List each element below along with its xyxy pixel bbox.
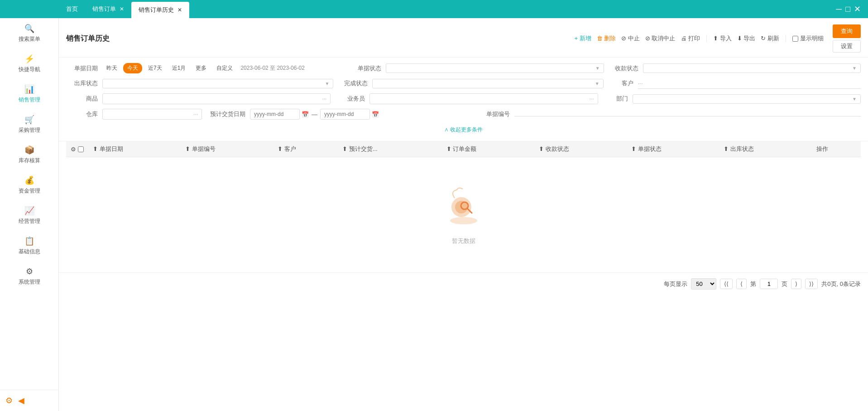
new-button[interactable]: + 新增 — [574, 34, 591, 43]
sidebar-item-search[interactable]: 🔍 搜索菜单 — [0, 18, 58, 48]
top-bar: 首页 销售订单 ✕ 销售订单历史 ✕ ─ □ ✕ — [0, 0, 868, 18]
close-btn[interactable]: ✕ — [854, 4, 861, 14]
expected-date-start[interactable] — [250, 109, 300, 120]
sidebar-collapse-icon[interactable]: ◀ — [18, 396, 24, 406]
next-page-btn[interactable]: ⟩ — [791, 279, 801, 289]
order-status-select[interactable]: ▼ — [386, 63, 604, 73]
warehouse-dots: ··· — [193, 111, 198, 117]
delivery-status-select[interactable]: ▼ — [102, 79, 333, 88]
export-button[interactable]: ⬇ 导出 — [737, 34, 756, 43]
page-number-input[interactable] — [760, 279, 778, 289]
order-status-label: 单据状态 — [354, 64, 386, 73]
header-order-amount: ⬆ 订单金额 — [442, 141, 534, 157]
tab-sales-order[interactable]: 销售订单 ✕ — [85, 0, 131, 18]
minimize-btn[interactable]: ─ — [836, 5, 842, 14]
filter-row-2: 出库状态 ▼ 完成状态 ▼ 客户 ··· — [66, 78, 861, 89]
salesperson-dots: ··· — [590, 96, 594, 102]
filter-area: 单据日期 昨天 今天 近7天 近1月 更多 自定义 2023-06-02 至 2… — [59, 58, 868, 141]
system-icon: ⚙ — [26, 266, 33, 276]
per-page-label: 每页显示 — [664, 280, 687, 288]
sidebar-item-sales[interactable]: 📊 销售管理 — [0, 79, 58, 109]
cancel-stop-button[interactable]: ⊘ 取消中止 — [645, 34, 676, 43]
page-suffix: 页 — [782, 280, 787, 288]
sidebar-item-purchase[interactable]: 🛒 采购管理 — [0, 109, 58, 140]
refresh-button[interactable]: ↻ 刷新 — [761, 34, 779, 43]
date-btn-yesterday[interactable]: 昨天 — [102, 63, 121, 73]
header-expected-delivery: ⬆ 预计交货... — [338, 141, 442, 157]
sidebar: 🔍 搜索菜单 ⚡ 快捷导航 📊 销售管理 🛒 采购管理 📦 库存核算 💰 — [0, 18, 59, 411]
first-page-btn[interactable]: ⟨⟨ — [720, 279, 733, 289]
doc-number-label: 单据编号 — [483, 110, 514, 118]
department-select[interactable]: ▼ — [633, 94, 861, 104]
header-order-status: ⬆ 单据状态 — [627, 141, 719, 157]
sidebar-item-operations[interactable]: 📈 经营管理 — [0, 200, 58, 231]
salesperson-field[interactable]: ··· — [369, 93, 598, 104]
complete-status-select[interactable]: ▼ — [372, 79, 603, 88]
date-btn-today[interactable]: 今天 — [123, 63, 142, 73]
goods-field[interactable]: ··· — [102, 93, 331, 104]
header-delivery-status: ⬆ 出库状态 — [719, 141, 811, 157]
delete-button[interactable]: 🗑 删除 — [597, 34, 616, 43]
divider2 — [786, 35, 786, 42]
date-btn-more[interactable]: 更多 — [192, 63, 211, 73]
search-icon: 🔍 — [24, 24, 34, 34]
date-btn-custom[interactable]: 自定义 — [212, 63, 237, 73]
collapse-filter-btn[interactable]: ∧ 收起更多条件 — [66, 124, 861, 135]
department-label: 部门 — [605, 95, 633, 103]
stop-button[interactable]: ⊘ 中止 — [621, 34, 640, 43]
date-range-text: 2023-06-02 至 2023-06-02 — [240, 64, 304, 72]
divider1 — [706, 35, 707, 42]
calendar-start-icon[interactable]: 📅 — [302, 111, 309, 118]
toolbar: + 新增 🗑 删除 ⊘ 中止 ⊘ 取消中止 🖨 打印 ⬆ 导入 ⬇ 导出 ↻ 刷… — [574, 24, 861, 53]
warehouse-field[interactable]: ··· — [102, 109, 202, 120]
calendar-end-icon[interactable]: 📅 — [372, 111, 379, 118]
operations-icon: 📈 — [24, 206, 34, 216]
header-payment-status: ⬆ 收款状态 — [534, 141, 627, 157]
header-doc-number: ⬆ 单据编号 — [181, 141, 273, 157]
order-status-arrow: ▼ — [595, 66, 600, 71]
last-page-btn[interactable]: ⟩⟩ — [805, 279, 818, 289]
empty-state: 暂无数据 — [66, 157, 861, 272]
payment-status-label: 收款状态 — [611, 64, 643, 73]
inventory-icon: 📦 — [24, 145, 34, 155]
total-text: 共0页, 0条记录 — [821, 280, 861, 288]
sidebar-item-finance[interactable]: 💰 资金管理 — [0, 170, 58, 200]
sidebar-settings-icon[interactable]: ⚙ — [5, 396, 13, 406]
settings-button[interactable]: 设置 — [833, 40, 861, 53]
customer-field[interactable]: ··· — [638, 78, 861, 89]
sidebar-item-inventory[interactable]: 📦 库存核算 — [0, 140, 58, 170]
display-detail-checkbox[interactable]: 显示明细 — [792, 34, 824, 43]
expected-date-end[interactable] — [320, 109, 370, 120]
date-btn-1month[interactable]: 近1月 — [168, 63, 190, 73]
date-separator: — — [312, 111, 317, 118]
tab-home[interactable]: 首页 — [59, 0, 85, 18]
per-page-select[interactable]: 50 10 20 100 — [691, 278, 716, 290]
query-button[interactable]: 查询 — [833, 24, 861, 38]
close-tab-sales-order[interactable]: ✕ — [120, 6, 124, 12]
select-all-checkbox[interactable] — [78, 146, 84, 152]
close-tab-sales-order-history[interactable]: ✕ — [177, 7, 182, 13]
print-button[interactable]: 🖨 打印 — [681, 34, 700, 43]
filter-row-4: 仓库 ··· 预计交货日期 📅 — 📅 单据编号 — [66, 109, 861, 120]
doc-number-field[interactable] — [514, 112, 861, 116]
table-settings-icon[interactable]: ⚙ — [71, 146, 76, 153]
svg-point-0 — [450, 217, 477, 224]
payment-status-select[interactable]: ▼ — [643, 63, 861, 73]
tab-sales-order-history[interactable]: 销售订单历史 ✕ — [131, 2, 189, 18]
import-button[interactable]: ⬆ 导入 — [713, 34, 732, 43]
page-title: 销售订单历史 — [66, 34, 110, 44]
date-btn-7days[interactable]: 近7天 — [144, 63, 166, 73]
header-checkbox-cell: ⚙ — [66, 141, 88, 157]
header-action: 操作 — [812, 141, 861, 157]
table-area: ⚙ ⬆ 单据日期 ⬆ 单据编号 ⬆ 客户 — [59, 141, 868, 272]
filter-row-1: 单据日期 昨天 今天 近7天 近1月 更多 自定义 2023-06-02 至 2… — [66, 63, 861, 73]
sidebar-item-quick-nav[interactable]: ⚡ 快捷导航 — [0, 48, 58, 79]
content-area: 销售订单历史 + 新增 🗑 删除 ⊘ 中止 ⊘ 取消中止 🖨 打印 ⬆ 导入 ⬇… — [59, 18, 868, 411]
sidebar-item-basic-info[interactable]: 📋 基础信息 — [0, 231, 58, 261]
date-label: 单据日期 — [66, 64, 102, 73]
sidebar-item-system[interactable]: ⚙ 系统管理 — [0, 261, 58, 291]
display-detail-input[interactable] — [792, 36, 798, 42]
prev-page-btn[interactable]: ⟨ — [736, 279, 747, 289]
maximize-btn[interactable]: □ — [845, 5, 850, 14]
pagination: 每页显示 50 10 20 100 ⟨⟨ ⟨ 第 页 ⟩ ⟩⟩ 共0页, 0条记… — [59, 272, 868, 295]
